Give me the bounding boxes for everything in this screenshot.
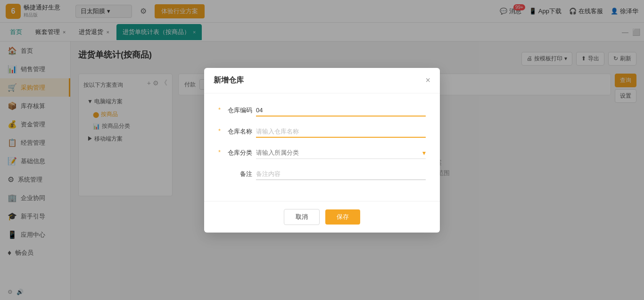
cancel-button[interactable]: 取消 bbox=[284, 209, 320, 225]
category-input[interactable] bbox=[256, 149, 422, 156]
form-row-code: 仓库编码 bbox=[218, 105, 426, 117]
note-label: 备注 bbox=[218, 170, 256, 178]
modal-footer: 取消 保存 bbox=[204, 201, 440, 233]
note-input[interactable] bbox=[256, 168, 426, 180]
form-row-category: 仓库分类 ▾ bbox=[218, 147, 426, 159]
modal-body: 仓库编码 仓库名称 仓库分类 ▾ 备注 bbox=[204, 93, 440, 201]
form-row-name: 仓库名称 bbox=[218, 126, 426, 138]
name-input[interactable] bbox=[256, 126, 426, 138]
modal-header: 新增仓库 × bbox=[204, 68, 440, 93]
code-label: 仓库编码 bbox=[218, 106, 256, 115]
category-label: 仓库分类 bbox=[218, 149, 256, 157]
new-warehouse-modal: 新增仓库 × 仓库编码 仓库名称 仓库分类 ▾ bbox=[204, 68, 440, 233]
name-label: 仓库名称 bbox=[218, 127, 256, 136]
category-select-row[interactable]: ▾ bbox=[256, 147, 426, 159]
modal-overlay: 新增仓库 × 仓库编码 仓库名称 仓库分类 ▾ bbox=[0, 0, 644, 300]
modal-close-button[interactable]: × bbox=[425, 75, 430, 85]
code-input[interactable] bbox=[256, 105, 426, 117]
form-row-note: 备注 bbox=[218, 168, 426, 180]
category-dropdown-icon[interactable]: ▾ bbox=[422, 149, 426, 157]
modal-title: 新增仓库 bbox=[214, 75, 244, 85]
save-button[interactable]: 保存 bbox=[325, 209, 360, 225]
